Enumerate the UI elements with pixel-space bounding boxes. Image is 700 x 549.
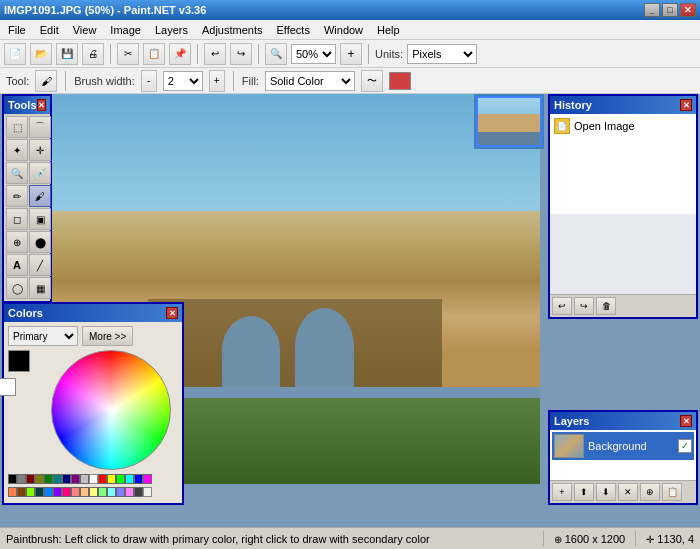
cut-button[interactable]: ✂ [117, 43, 139, 65]
color-swatch[interactable] [89, 474, 98, 484]
layer-item[interactable]: Background ✓ [552, 432, 694, 460]
undo-button[interactable]: ↩ [204, 43, 226, 65]
color-swatch[interactable] [71, 487, 80, 497]
menu-layers[interactable]: Layers [149, 22, 194, 38]
secondary-color-box[interactable] [0, 378, 16, 396]
fill-select[interactable]: Solid Color [265, 71, 355, 91]
gradient-tool[interactable]: ▦ [29, 277, 51, 299]
color-swatch[interactable] [35, 487, 44, 497]
redo-button[interactable]: ↪ [230, 43, 252, 65]
color-swatch[interactable] [89, 487, 98, 497]
duplicate-layer-btn[interactable]: 📋 [662, 483, 682, 501]
menu-file[interactable]: File [2, 22, 32, 38]
copy-button[interactable]: 📋 [143, 43, 165, 65]
brush-width-increase[interactable]: + [209, 70, 225, 92]
brush-width-decrease[interactable]: - [141, 70, 157, 92]
menu-image[interactable]: Image [104, 22, 147, 38]
lasso-select-tool[interactable]: ⌒ [29, 116, 51, 138]
history-item[interactable]: 📄 Open Image [552, 116, 694, 136]
layer-visible-checkbox[interactable]: ✓ [678, 439, 692, 453]
paintbrush-tool-icon[interactable]: 🖌 [35, 70, 57, 92]
menu-view[interactable]: View [67, 22, 103, 38]
color-swatch[interactable] [17, 487, 26, 497]
color-swatch[interactable] [17, 474, 26, 484]
color-swatch[interactable] [80, 487, 89, 497]
primary-color-box[interactable] [8, 350, 30, 372]
rectangle-select-tool[interactable]: ⬚ [6, 116, 28, 138]
maximize-button[interactable]: □ [662, 3, 678, 17]
color-swatch[interactable] [134, 487, 143, 497]
eyedropper-tool[interactable]: 💉 [29, 162, 51, 184]
add-layer-btn[interactable]: + [552, 483, 572, 501]
delete-layer-btn[interactable]: ✕ [618, 483, 638, 501]
curve-tool-btn[interactable]: 〜 [361, 70, 383, 92]
color-swatch[interactable] [107, 474, 116, 484]
color-swatch[interactable] [53, 474, 62, 484]
history-undo-btn[interactable]: ↩ [552, 297, 572, 315]
color-swatch[interactable] [143, 487, 152, 497]
line-tool[interactable]: ╱ [29, 254, 51, 276]
layers-close-button[interactable]: ✕ [680, 415, 692, 427]
print-button[interactable]: 🖨 [82, 43, 104, 65]
color-swatch[interactable] [26, 474, 35, 484]
menu-adjustments[interactable]: Adjustments [196, 22, 269, 38]
color-swatch[interactable] [35, 474, 44, 484]
color-swatch[interactable] [98, 487, 107, 497]
recolor-tool[interactable]: ⬤ [29, 231, 51, 253]
move-layer-down-btn[interactable]: ⬇ [596, 483, 616, 501]
color-swatch[interactable] [53, 487, 62, 497]
color-swatch[interactable] [26, 487, 35, 497]
zoom-tool[interactable]: 🔍 [6, 162, 28, 184]
zoom-out-button[interactable]: 🔍 [265, 43, 287, 65]
color-type-select[interactable]: Primary [8, 326, 78, 346]
color-swatch[interactable] [107, 487, 116, 497]
color-swatch[interactable] [62, 487, 71, 497]
color-swatch[interactable] [116, 487, 125, 497]
merge-layer-btn[interactable]: ⊕ [640, 483, 660, 501]
close-button[interactable]: ✕ [680, 3, 696, 17]
fill-tool[interactable]: ▣ [29, 208, 51, 230]
color-swatch[interactable] [71, 474, 80, 484]
menu-window[interactable]: Window [318, 22, 369, 38]
color-swatch[interactable] [8, 487, 17, 497]
color-swatch[interactable] [125, 474, 134, 484]
menu-effects[interactable]: Effects [271, 22, 316, 38]
color-swatch[interactable] [44, 474, 53, 484]
color-swatch[interactable] [8, 474, 17, 484]
color-swatch[interactable] [80, 474, 89, 484]
color-swatch[interactable] [143, 474, 152, 484]
menu-edit[interactable]: Edit [34, 22, 65, 38]
pencil-tool[interactable]: ✏ [6, 185, 28, 207]
color-swatch[interactable] [134, 474, 143, 484]
paintbrush-tool[interactable]: 🖌 [29, 185, 51, 207]
history-close-button[interactable]: ✕ [680, 99, 692, 111]
more-colors-button[interactable]: More >> [82, 326, 133, 346]
tools-close-button[interactable]: ✕ [37, 99, 46, 111]
menu-help[interactable]: Help [371, 22, 406, 38]
eraser-tool[interactable]: ◻ [6, 208, 28, 230]
open-button[interactable]: 📂 [30, 43, 52, 65]
magic-wand-tool[interactable]: ✦ [6, 139, 28, 161]
color-swatch[interactable] [98, 474, 107, 484]
history-clear-btn[interactable]: 🗑 [596, 297, 616, 315]
move-layer-up-btn[interactable]: ⬆ [574, 483, 594, 501]
text-tool[interactable]: A [6, 254, 28, 276]
zoom-select[interactable]: 50% [291, 44, 336, 64]
color-swatch[interactable] [116, 474, 125, 484]
save-button[interactable]: 💾 [56, 43, 78, 65]
colors-close-button[interactable]: ✕ [166, 307, 178, 319]
color-wheel[interactable] [51, 350, 171, 470]
color-swatch[interactable] [44, 487, 53, 497]
color-indicator[interactable] [389, 72, 411, 90]
color-swatch[interactable] [62, 474, 71, 484]
shapes-tool[interactable]: ◯ [6, 277, 28, 299]
history-redo-btn[interactable]: ↪ [574, 297, 594, 315]
units-select[interactable]: Pixels [407, 44, 477, 64]
clone-stamp-tool[interactable]: ⊕ [6, 231, 28, 253]
minimize-button[interactable]: _ [644, 3, 660, 17]
brush-width-select[interactable]: 2 [163, 71, 203, 91]
zoom-in-button[interactable]: + [340, 43, 362, 65]
paste-button[interactable]: 📌 [169, 43, 191, 65]
new-button[interactable]: 📄 [4, 43, 26, 65]
color-swatch[interactable] [125, 487, 134, 497]
